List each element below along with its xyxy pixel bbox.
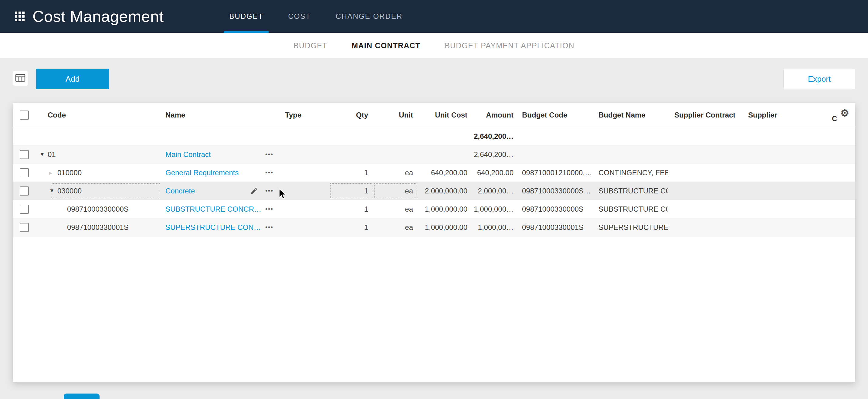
expander-icon[interactable]: ▼ (39, 151, 48, 158)
row-budget-name: SUBSTRUCTURE CO… (592, 200, 668, 218)
table-row[interactable]: ▼ 01 Main Contract ••• 2,640,200… (13, 146, 855, 164)
tab-budget[interactable]: BUDGET (221, 0, 271, 33)
row-name-link[interactable]: SUBSTRUCTURE CONCRETE (165, 205, 265, 213)
row-budget-code (516, 146, 592, 163)
row-qty[interactable] (329, 146, 373, 163)
row-budget-code: 09871000330001S (516, 218, 592, 236)
row-checkbox-cell (13, 218, 36, 236)
row-unit[interactable]: ea (373, 200, 417, 218)
row-actions-menu-icon[interactable]: ••• (265, 169, 274, 176)
row-checkbox-cell (13, 146, 36, 163)
row-unit[interactable]: ea (373, 164, 417, 182)
row-amount: 2,000,00… (470, 182, 516, 200)
app-title: Cost Management (32, 7, 163, 26)
table-row[interactable]: 09871000330000S SUBSTRUCTURE CONCRETE ••… (13, 200, 855, 218)
row-amount: 1,000,000… (470, 200, 516, 218)
row-code: 09871000330001S (67, 223, 129, 232)
subtab-budget-payment-application[interactable]: BUDGET PAYMENT APPLICATION (445, 41, 575, 50)
row-name-cell: SUBSTRUCTURE CONCRETE ••• (162, 200, 279, 218)
row-unit-cost: 1,000,000.00 (417, 218, 470, 236)
row-unit[interactable]: ea (373, 182, 417, 200)
row-budget-code: 09871000330000S (516, 200, 592, 218)
row-code: 030000 (57, 187, 82, 195)
row-qty[interactable]: 1 (329, 200, 373, 218)
row-unit[interactable] (373, 146, 417, 163)
row-c-cell (821, 218, 855, 236)
column-settings-gear-icon[interactable]: ⚙ (840, 108, 849, 118)
row-checkbox[interactable] (20, 168, 29, 177)
row-checkbox[interactable] (20, 186, 29, 195)
edit-pencil-icon[interactable] (250, 187, 258, 195)
column-header-budget-code: Budget Code (516, 103, 592, 127)
row-amount: 2,640,200… (470, 146, 516, 163)
row-name-link[interactable]: Concrete (165, 187, 195, 195)
row-actions-menu-icon[interactable]: ••• (265, 187, 274, 194)
tab-change-order[interactable]: CHANGE ORDER (328, 0, 410, 33)
table-row[interactable]: ▸ 010000 General Requirements ••• 1 ea 6… (13, 164, 855, 182)
row-name-link[interactable]: Main Contract (165, 150, 211, 159)
export-button[interactable]: Export (783, 69, 855, 89)
row-qty[interactable]: 1 (329, 218, 373, 236)
subtab-budget[interactable]: BUDGET (293, 41, 327, 50)
row-supplier-contract (668, 182, 742, 200)
row-qty[interactable]: 1 (329, 182, 373, 200)
row-supplier (742, 182, 821, 200)
add-button[interactable]: Add (36, 69, 109, 89)
table-header-row: Code Name Type Qty Unit Unit Cost Amount… (13, 103, 855, 127)
app-launcher-icon[interactable] (15, 11, 25, 21)
row-budget-name (592, 146, 668, 163)
row-code: 09871000330000S (67, 205, 129, 213)
chat-widget[interactable] (64, 394, 99, 399)
row-unit-cost: 2,000,000.00 (417, 182, 470, 200)
row-type-cell[interactable] (279, 146, 329, 163)
row-checkbox[interactable] (20, 205, 29, 214)
top-app-bar: Cost Management BUDGET COST CHANGE ORDER (0, 0, 868, 33)
row-actions-menu-icon[interactable]: ••• (265, 224, 274, 231)
row-code: 010000 (57, 168, 82, 177)
budget-table: Code Name Type Qty Unit Unit Cost Amount… (13, 103, 855, 382)
column-header-type: Type (279, 103, 329, 127)
row-type-cell[interactable] (279, 164, 329, 182)
row-budget-code: 09871000330000S… (516, 182, 592, 200)
content-area: Add Export Code Name Type Qty Unit Unit … (0, 58, 868, 399)
row-type-cell[interactable] (279, 218, 329, 236)
row-qty[interactable]: 1 (329, 164, 373, 182)
tab-cost[interactable]: COST (280, 0, 319, 33)
row-code-cell: ▸ 010000 (36, 164, 162, 182)
row-budget-name: CONTINGENCY, FEE,… (592, 164, 668, 182)
table-row[interactable]: ▼ 030000 Concrete ••• 1 ea 2,000,000.00 … (13, 182, 855, 200)
column-header-qty: Qty (329, 103, 373, 127)
column-header-code: Code (36, 103, 162, 127)
row-checkbox[interactable] (20, 223, 29, 232)
table-row[interactable]: 09871000330001S SUPERSTRUCTURE CONCRETE … (13, 218, 855, 237)
row-supplier (742, 200, 821, 218)
row-code-cell: ▼ 030000 (36, 182, 162, 200)
row-name-cell: Concrete ••• (162, 182, 279, 200)
column-header-unit-cost: Unit Cost (417, 103, 470, 127)
row-supplier-contract (668, 146, 742, 163)
select-all-checkbox[interactable] (20, 111, 29, 120)
row-type-cell[interactable] (279, 200, 329, 218)
row-unit[interactable]: ea (373, 218, 417, 236)
table-view-settings-button[interactable] (13, 71, 28, 86)
row-supplier (742, 146, 821, 163)
row-code-cell: 09871000330001S (36, 218, 162, 236)
row-name-link[interactable]: SUPERSTRUCTURE CONCRETE (165, 223, 265, 232)
row-checkbox-cell (13, 164, 36, 182)
row-supplier-contract (668, 164, 742, 182)
row-amount: 1,000,00… (470, 218, 516, 236)
row-actions-menu-icon[interactable]: ••• (265, 151, 274, 158)
row-checkbox[interactable] (20, 150, 29, 159)
row-name-link[interactable]: General Requirements (165, 168, 239, 177)
table-view-icon (15, 74, 26, 83)
row-actions-menu-icon[interactable]: ••• (265, 206, 274, 213)
main-nav-tabs: BUDGET COST CHANGE ORDER (221, 0, 410, 33)
row-type-cell[interactable] (279, 182, 329, 200)
row-code-cell: 09871000330000S (36, 200, 162, 218)
column-header-c: C (832, 115, 837, 123)
row-unit-cost (417, 146, 470, 163)
subtab-main-contract[interactable]: MAIN CONTRACT (352, 41, 421, 50)
expander-icon[interactable]: ▸ (49, 169, 57, 177)
expander-icon[interactable]: ▼ (49, 188, 57, 194)
column-header-name: Name (162, 103, 279, 127)
